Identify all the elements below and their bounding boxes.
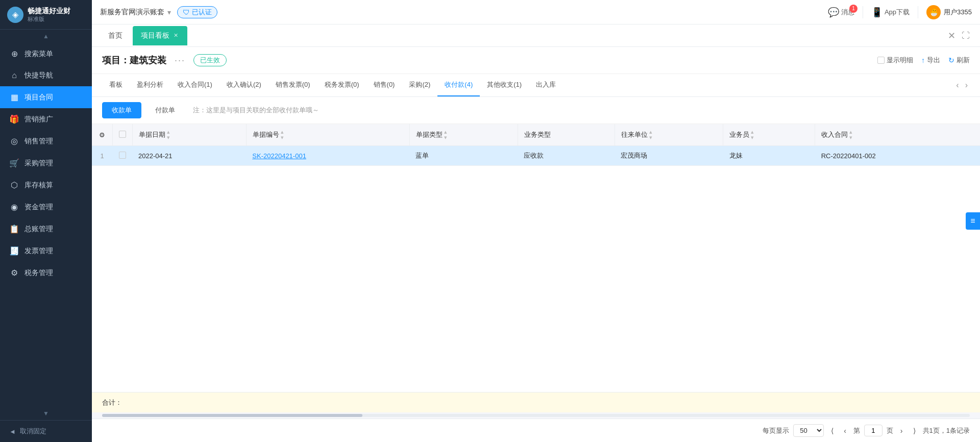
th-type-label: 单据类型 bbox=[416, 130, 443, 139]
inventory-icon: ⬡ bbox=[9, 180, 19, 190]
table-row[interactable]: 1 2022-04-21 SK-20220421-001 蓝单 应收款 宏茂商场… bbox=[92, 146, 980, 166]
row-checkbox[interactable] bbox=[119, 152, 126, 159]
show-detail-action[interactable]: 显示明细 bbox=[877, 56, 913, 65]
sidebar-item-purchase[interactable]: 🛒 采购管理 bbox=[0, 152, 92, 174]
sub-tab-profit[interactable]: 盈利分析 bbox=[130, 74, 170, 96]
sub-tab-kanban[interactable]: 看板 bbox=[102, 74, 130, 96]
topbar-app-download-btn[interactable]: 📱 App下载 bbox=[871, 7, 910, 18]
show-detail-checkbox[interactable] bbox=[877, 57, 885, 64]
prev-page-btn[interactable]: ‹ bbox=[841, 425, 849, 436]
project-icon: ▦ bbox=[9, 92, 19, 102]
sub-tab-other-expense[interactable]: 其他收支(1) bbox=[480, 74, 529, 96]
sidebar-item-project[interactable]: ▦ 项目合同 bbox=[0, 86, 92, 108]
scroll-down-arrow[interactable]: ▼ bbox=[0, 409, 92, 418]
sub-tab-next-arrow[interactable]: › bbox=[963, 79, 970, 92]
tab-close-icon[interactable]: ✕ bbox=[173, 32, 179, 39]
project-title: 项目：建筑安装 bbox=[102, 54, 166, 66]
inner-tab-note: 注：这里是与项目关联的全部收付款单哦～ bbox=[193, 106, 319, 115]
sub-tab-receipt[interactable]: 收付款(4) bbox=[437, 74, 480, 96]
inner-tab-receipt-label: 收款单 bbox=[112, 106, 132, 114]
last-page-btn[interactable]: ⟩ bbox=[910, 425, 919, 436]
sub-tab-inout[interactable]: 出入库 bbox=[529, 74, 563, 96]
sidebar-item-tax[interactable]: ⚙ 税务管理 bbox=[0, 262, 92, 284]
table-scrollbar[interactable] bbox=[92, 412, 980, 419]
inner-tab-payment[interactable]: 付款单 bbox=[145, 102, 185, 118]
project-more-btn[interactable]: ··· bbox=[175, 55, 185, 66]
topbar-user[interactable]: 🐣 用户3355 bbox=[926, 5, 972, 19]
sidebar-item-label: 发票管理 bbox=[24, 247, 53, 256]
th-number[interactable]: 单据编号 ▴▾ bbox=[246, 124, 409, 146]
th-type[interactable]: 单据类型 ▴▾ bbox=[409, 124, 518, 146]
home-icon: ⌂ bbox=[9, 71, 19, 80]
topbar-message-btn[interactable]: 💬 消息 1 bbox=[828, 7, 854, 18]
phone-icon: 📱 bbox=[871, 7, 883, 18]
app-logo-icon: ◈ bbox=[7, 7, 23, 23]
sub-tab-sales-invoice[interactable]: 销售发票(0) bbox=[268, 74, 317, 96]
sidebar-item-marketing[interactable]: 🎁 营销推广 bbox=[0, 108, 92, 130]
th-gear[interactable]: ⚙ bbox=[92, 124, 112, 146]
sidebar-item-finance[interactable]: ◉ 资金管理 bbox=[0, 196, 92, 218]
sub-tab-prev-arrow[interactable]: ‹ bbox=[954, 79, 961, 92]
sidebar-item-quicknav[interactable]: ⌂ 快捷导航 bbox=[0, 65, 92, 86]
th-salesperson[interactable]: 业务员 ▴▾ bbox=[723, 124, 815, 146]
sidebar-item-label: 营销推广 bbox=[24, 115, 53, 124]
sidebar-item-search[interactable]: ⊕ 搜索菜单 bbox=[0, 43, 92, 65]
td-checkbox[interactable] bbox=[112, 146, 132, 166]
th-date[interactable]: 单据日期 ▴▾ bbox=[132, 124, 246, 146]
tab-kanban[interactable]: 项目看板 ✕ bbox=[133, 26, 187, 45]
sidebar-item-ledger[interactable]: 📋 总账管理 bbox=[0, 218, 92, 240]
message-icon: 💬 bbox=[828, 7, 839, 18]
sub-tab-income-confirm[interactable]: 收入确认(2) bbox=[219, 74, 268, 96]
unpin-icon: ◄ bbox=[9, 428, 16, 435]
window-expand-btn[interactable]: ⛶ bbox=[960, 29, 972, 42]
page-number-input[interactable] bbox=[864, 425, 883, 436]
refresh-icon: ↻ bbox=[948, 56, 954, 64]
sidebar-unpin[interactable]: ◄ 取消固定 bbox=[0, 420, 92, 442]
sub-tabs: 看板 盈利分析 收入合同(1) 收入确认(2) 销售发票(0) 税务发票(0) … bbox=[92, 74, 980, 97]
sidebar-item-sales[interactable]: ◎ 销售管理 bbox=[0, 130, 92, 152]
tab-home[interactable]: 首页 bbox=[100, 26, 131, 45]
sidebar-scroll-up[interactable]: ▲ bbox=[0, 30, 92, 43]
app-name: 畅捷通好业财 bbox=[28, 6, 70, 15]
td-date: 2022-04-21 bbox=[132, 146, 246, 166]
scrollbar-track[interactable] bbox=[102, 414, 970, 417]
tab-home-label: 首页 bbox=[108, 31, 122, 40]
inner-tab-receipt[interactable]: 收款单 bbox=[102, 102, 141, 118]
refresh-action[interactable]: ↻ 刷新 bbox=[948, 56, 970, 65]
select-all-checkbox[interactable] bbox=[119, 131, 126, 138]
sidebar-item-label: 项目合同 bbox=[24, 93, 53, 102]
scrollbar-thumb[interactable] bbox=[102, 414, 362, 417]
td-number[interactable]: SK-20220421-001 bbox=[246, 146, 409, 166]
th-partner[interactable]: 往来单位 ▴▾ bbox=[615, 124, 723, 146]
table-footer: 合计： bbox=[92, 392, 980, 412]
sub-tab-income-contract[interactable]: 收入合同(1) bbox=[170, 74, 219, 96]
export-action[interactable]: ↑ 导出 bbox=[921, 56, 940, 65]
sub-tab-purchase[interactable]: 采购(2) bbox=[402, 74, 437, 96]
page-size-label: 每页显示 bbox=[763, 426, 789, 435]
next-page-btn[interactable]: › bbox=[897, 425, 906, 436]
window-close-btn[interactable]: ✕ bbox=[946, 28, 958, 43]
export-label: 导出 bbox=[927, 56, 940, 65]
sidebar-item-label: 销售管理 bbox=[24, 137, 53, 146]
topbar-actions: 💬 消息 1 📱 App下载 🐣 用户3355 bbox=[828, 5, 972, 19]
message-count-badge: 1 bbox=[849, 5, 857, 13]
purchase-icon: 🛒 bbox=[9, 158, 19, 168]
sidebar-item-invoice[interactable]: 🧾 发票管理 bbox=[0, 240, 92, 262]
scroll-up-arrow[interactable]: ▲ bbox=[0, 32, 92, 41]
sidebar-item-inventory[interactable]: ⬡ 库存核算 bbox=[0, 174, 92, 196]
th-income-contract[interactable]: 收入合同 ▴▾ bbox=[815, 124, 980, 146]
ledger-icon: 📋 bbox=[9, 224, 19, 234]
gift-icon: 🎁 bbox=[9, 114, 19, 124]
th-checkbox[interactable] bbox=[112, 124, 132, 146]
page-size-select[interactable]: 50 20 100 bbox=[793, 424, 824, 437]
topbar-app-download-label: App下载 bbox=[885, 8, 910, 17]
sidebar-item-label: 税务管理 bbox=[24, 268, 53, 278]
sidebar-scroll-down[interactable]: ▼ bbox=[0, 407, 92, 420]
right-panel-toggle-btn[interactable]: ≡ bbox=[966, 212, 980, 230]
topbar-project-selector[interactable]: 新服务官网演示账套 ▾ bbox=[100, 8, 171, 17]
sub-tab-sales[interactable]: 销售(0) bbox=[366, 74, 402, 96]
td-salesperson: 龙妹 bbox=[723, 146, 815, 166]
first-page-btn[interactable]: ⟨ bbox=[828, 425, 837, 436]
topbar-divider-1 bbox=[863, 6, 863, 18]
sub-tab-tax-invoice[interactable]: 税务发票(0) bbox=[317, 74, 366, 96]
